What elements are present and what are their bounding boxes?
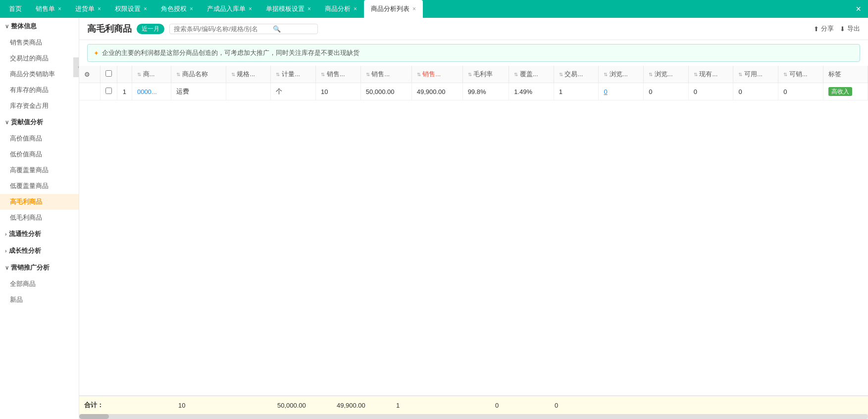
sidebar-item-low-margin[interactable]: 低毛利商品 [0, 210, 79, 226]
col-spec[interactable]: ⇅ 规格... [226, 66, 271, 83]
tab-sales[interactable]: 销售单 × [29, 0, 68, 18]
col-sales3[interactable]: ⇅ 销售... [411, 66, 462, 83]
col-trade[interactable]: ⇅ 交易... [554, 66, 599, 83]
bottom-scrollbar[interactable] [79, 414, 868, 419]
tag-badge: 高收入 [828, 87, 852, 96]
tab-product-in[interactable]: 产成品入库单 × [200, 0, 259, 18]
row-sales1-cell: 10 [316, 83, 361, 100]
share-icon: ⬆ [814, 25, 819, 33]
export-button[interactable]: ⬇ 导出 [840, 24, 860, 33]
sidebar-item-new-goods[interactable]: 新品 [0, 292, 79, 308]
col-margin-rate[interactable]: ⇅ 毛利率 [462, 66, 509, 83]
tab-template[interactable]: 单据模板设置 × [259, 0, 318, 18]
col-browse2[interactable]: ⇅ 浏览... [644, 66, 689, 83]
col-name-sort-icon: ⇅ [176, 72, 180, 77]
sidebar-value-arrow: ∨ [5, 119, 9, 126]
col-browse1[interactable]: ⇅ 浏览... [599, 66, 644, 83]
row-settings-cell [79, 83, 100, 100]
row-browse2-cell: 0 [644, 83, 689, 100]
row-coverage-cell: 1.49% [509, 83, 554, 100]
sidebar-growth-arrow: › [5, 248, 7, 254]
sidebar-item-low-freq[interactable]: 低覆盖量商品 [0, 178, 79, 194]
sidebar-item-high-margin[interactable]: 高毛利商品 [0, 194, 79, 210]
tab-purchase[interactable]: 进货单 × [68, 0, 108, 18]
tab-purchase-close[interactable]: × [98, 5, 101, 12]
col-name[interactable]: ⇅ 商品名称 [171, 66, 226, 83]
sidebar-section-overall[interactable]: ∨ 整体信息 [0, 18, 79, 35]
footer-sales1: 10 [173, 402, 272, 409]
row-spec-cell [226, 83, 271, 100]
header-right: ⬆ 分享 ⬇ 导出 [814, 24, 860, 33]
tab-analysis-close[interactable]: × [354, 5, 357, 12]
col-in-stock[interactable]: ⇅ 现有... [688, 66, 733, 83]
row-num-cell: 1 [117, 83, 132, 100]
col-unit[interactable]: ⇅ 计量... [271, 66, 316, 83]
share-button[interactable]: ⬆ 分享 [814, 24, 834, 33]
col-sales1[interactable]: ⇅ 销售... [316, 66, 361, 83]
sidebar-section-value[interactable]: ∨ 贡献值分析 [0, 114, 79, 131]
sidebar-section-growth[interactable]: › 成长性分析 [0, 242, 79, 259]
search-icon[interactable]: 🔍 [273, 25, 281, 33]
tab-template-close[interactable]: × [307, 5, 311, 12]
sidebar-item-traded-goods[interactable]: 交易过的商品 [0, 50, 79, 66]
footer-sales3: 49,900.00 [332, 402, 391, 409]
row-checkbox-cell [100, 83, 117, 100]
col-unit-sort-icon: ⇅ [276, 72, 280, 77]
sidebar-item-sales-goods[interactable]: 销售类商品 [0, 35, 79, 50]
sidebar-marketing-arrow: ∨ [5, 265, 9, 271]
row-checkbox[interactable] [105, 88, 112, 94]
tab-analysis-list-close[interactable]: × [412, 5, 416, 12]
col-coverage[interactable]: ⇅ 覆盖... [509, 66, 554, 83]
sidebar-item-stock-capital[interactable]: 库存资金占用 [0, 98, 79, 114]
col-sellable[interactable]: ⇅ 可销... [778, 66, 823, 83]
tab-role[interactable]: 角色授权 × [154, 0, 200, 18]
sidebar-item-analysis-rate[interactable]: 商品分类销助率 [0, 66, 79, 82]
col-code[interactable]: ⇅ 商... [132, 66, 171, 83]
col-available[interactable]: ⇅ 可用... [733, 66, 778, 83]
footer-values: 10 50,000.00 49,900.00 1 0 0 [173, 402, 863, 409]
tab-permission[interactable]: 权限设置 × [108, 0, 154, 18]
sidebar-item-in-stock[interactable]: 有库存的商品 [0, 82, 79, 98]
tip-icon: ✦ [94, 49, 99, 57]
footer-trade: 1 [391, 402, 490, 409]
footer-label: 合计： [84, 401, 173, 410]
col-coverage-sort-icon: ⇅ [514, 72, 518, 77]
sidebar-item-high-freq[interactable]: 高覆盖量商品 [0, 162, 79, 178]
footer-total: 合计： 10 50,000.00 49,900.00 1 0 0 [79, 395, 868, 414]
row-trade-cell: 1 [554, 83, 599, 100]
sidebar-item-low-value[interactable]: 低价值商品 [0, 146, 79, 162]
sidebar-collapse-btn[interactable]: 《 [73, 57, 79, 77]
search-input[interactable] [174, 25, 273, 33]
settings-icon: ⚙ [84, 71, 90, 78]
col-sales1-sort-icon: ⇅ [321, 72, 325, 77]
sidebar-item-all-goods[interactable]: 全部商品 [0, 276, 79, 292]
tab-sales-close[interactable]: × [58, 5, 61, 12]
page-title: 高毛利商品 [87, 23, 132, 35]
col-checkbox [100, 66, 117, 83]
filter-btn[interactable]: 近一月 [137, 24, 164, 34]
col-settings[interactable]: ⚙ [79, 66, 100, 83]
tab-home[interactable]: 首页 [2, 0, 29, 18]
main-table: ⚙ ⇅ 商... ⇅ 商品名称 ⇅ 规格... ⇅ 计量... ⇅ 销售... … [79, 66, 868, 100]
sidebar-overall-arrow: ∨ [5, 23, 9, 30]
sidebar-section-marketing[interactable]: ∨ 营销推广分析 [0, 259, 79, 276]
tab-product-in-close[interactable]: × [249, 5, 252, 12]
col-sales3-sort-icon: ⇅ [417, 72, 421, 77]
sidebar-item-high-value[interactable]: 高价值商品 [0, 131, 79, 146]
tab-role-close[interactable]: × [190, 5, 193, 12]
col-sales2[interactable]: ⇅ 销售... [360, 66, 411, 83]
select-all-checkbox[interactable] [105, 70, 112, 77]
row-tag-cell: 高收入 [823, 83, 868, 100]
content-area: 高毛利商品 近一月 🔍 ⬆ 分享 ⬇ 导出 ✦ 企业的主要的利润都是这部分商品创… [79, 18, 868, 419]
tab-analysis-list[interactable]: 商品分析列表 × [364, 0, 423, 18]
tab-bar-close-all[interactable]: × [851, 4, 866, 14]
row-available-cell: 0 [733, 83, 778, 100]
col-margin-rate-sort-icon: ⇅ [468, 72, 472, 77]
row-code-cell[interactable]: 0000... [132, 83, 171, 100]
tab-analysis[interactable]: 商品分析 × [318, 0, 364, 18]
tab-permission-close[interactable]: × [144, 5, 147, 12]
sidebar-flow-arrow: › [5, 231, 7, 237]
sidebar-section-flow[interactable]: › 流通性分析 [0, 226, 79, 242]
row-browse1-cell[interactable]: 0 [599, 83, 644, 100]
col-available-sort-icon: ⇅ [738, 72, 742, 77]
